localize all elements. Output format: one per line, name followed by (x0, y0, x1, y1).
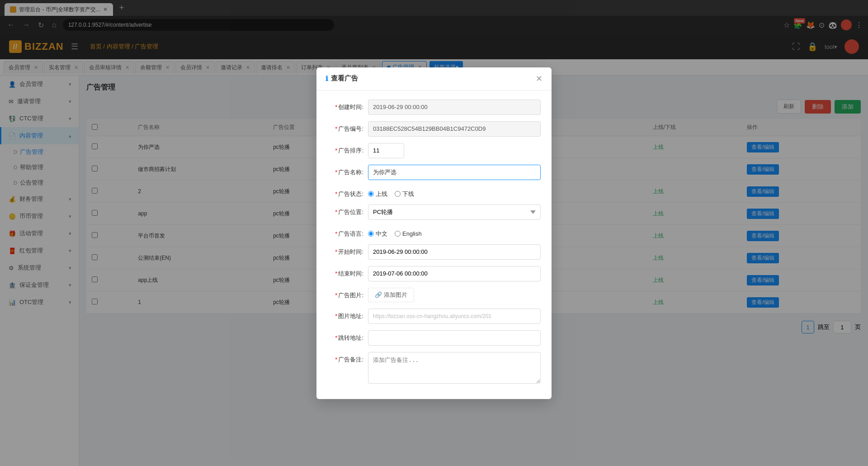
status-online-input[interactable] (368, 191, 374, 197)
redirect-url-label: *跳转地址: (327, 330, 368, 342)
required-marker: * (335, 125, 337, 132)
form-row-ad-order: *广告排序: 11 (327, 143, 541, 158)
lang-cn-input[interactable] (368, 231, 374, 237)
form-row-ad-name: *广告名称: 为你严选 (327, 165, 541, 180)
modal-title: ℹ 查看广告 (326, 74, 358, 83)
create-time-input[interactable]: 2019-06-29 00:00:00 (368, 100, 541, 115)
lang-en-label: English (402, 230, 422, 237)
form-row-redirect-url: *跳转地址: (327, 330, 541, 346)
required-marker: * (335, 356, 337, 363)
required-marker: * (335, 313, 337, 319)
upload-icon: 🔗 (375, 291, 382, 298)
ad-position-select[interactable]: PC轮播 (368, 204, 541, 220)
upload-label: 添加图片 (384, 291, 407, 299)
required-marker: * (335, 209, 337, 215)
form-row-create-time: *创建时间: 2019-06-29 00:00:00 (327, 100, 541, 115)
lang-en-input[interactable] (395, 231, 401, 237)
status-offline-label: 下线 (402, 190, 414, 198)
form-row-ad-image: *广告图片: 🔗 添加图片 (327, 288, 541, 302)
ad-note-textarea[interactable] (368, 352, 541, 384)
form-row-image-url: *图片地址: (327, 309, 541, 324)
redirect-url-input[interactable] (368, 330, 541, 346)
required-marker: * (335, 190, 337, 197)
end-time-label: *结束时间: (327, 266, 368, 278)
ad-position-label: *广告位置: (327, 204, 368, 216)
start-time-label: *开始时间: (327, 244, 368, 256)
ad-lang-label: *广告语言: (327, 226, 368, 238)
ad-order-label: *广告排序: (327, 143, 368, 155)
required-marker: * (335, 292, 337, 299)
ad-status-label: *广告状态: (327, 186, 368, 198)
ad-note-label: *广告备注: (327, 352, 368, 364)
ad-order-input[interactable]: 11 (368, 143, 404, 158)
modal-close-button[interactable]: ✕ (536, 74, 542, 84)
modal-body: *创建时间: 2019-06-29 00:00:00 *广告编号: 03188E… (316, 90, 552, 399)
ad-image-label: *广告图片: (327, 288, 368, 300)
lang-cn-radio[interactable]: 中文 (368, 230, 387, 238)
create-time-label: *创建时间: (327, 100, 368, 111)
status-online-radio[interactable]: 上线 (368, 190, 387, 198)
modal-title-text: 查看广告 (331, 74, 358, 83)
upload-image-button[interactable]: 🔗 添加图片 (368, 288, 414, 302)
required-marker: * (335, 270, 337, 277)
modal-overlay[interactable]: ℹ 查看广告 ✕ *创建时间: 2019-06-29 00:00:00 *广告编… (0, 0, 868, 466)
required-marker: * (335, 104, 337, 110)
image-url-input[interactable] (368, 309, 541, 324)
form-row-ad-lang: *广告语言: 中文 English (327, 226, 541, 238)
ad-status-radio-group: 上线 下线 (368, 186, 414, 198)
required-marker: * (335, 147, 337, 154)
ad-view-modal: ℹ 查看广告 ✕ *创建时间: 2019-06-29 00:00:00 *广告编… (316, 67, 552, 399)
form-row-ad-code: *广告编号: 03188EC528C54B129BB04B1C9472C0D9 (327, 121, 541, 137)
form-row-ad-note: *广告备注: (327, 352, 541, 384)
form-row-start-time: *开始时间: 2019-06-29 00:00:00 (327, 244, 541, 260)
ad-code-input[interactable]: 03188EC528C54B129BB04B1C9472C0D9 (368, 121, 541, 137)
end-time-input[interactable]: 2019-07-06 00:00:00 (368, 266, 541, 281)
form-row-end-time: *结束时间: 2019-07-06 00:00:00 (327, 266, 541, 281)
ad-name-input[interactable]: 为你严选 (368, 165, 541, 180)
ad-code-label: *广告编号: (327, 121, 368, 133)
form-row-ad-status: *广告状态: 上线 下线 (327, 186, 541, 198)
status-offline-input[interactable] (395, 191, 401, 197)
modal-header: ℹ 查看广告 ✕ (316, 67, 552, 90)
status-offline-radio[interactable]: 下线 (395, 190, 414, 198)
required-marker: * (335, 248, 337, 255)
lang-en-radio[interactable]: English (395, 230, 422, 237)
status-online-label: 上线 (376, 190, 387, 198)
lang-cn-label: 中文 (376, 230, 387, 238)
ad-name-label: *广告名称: (327, 165, 368, 176)
required-marker: * (335, 169, 337, 176)
info-icon: ℹ (326, 75, 328, 83)
required-marker: * (335, 230, 337, 237)
image-url-label: *图片地址: (327, 309, 368, 320)
form-row-ad-position: *广告位置: PC轮播 (327, 204, 541, 220)
start-time-input[interactable]: 2019-06-29 00:00:00 (368, 244, 541, 260)
required-marker: * (335, 334, 337, 341)
ad-lang-radio-group: 中文 English (368, 226, 422, 238)
